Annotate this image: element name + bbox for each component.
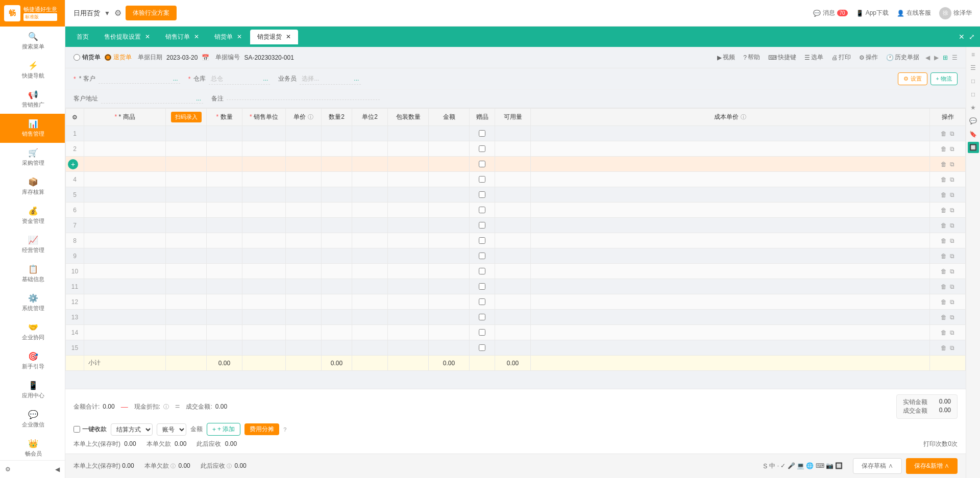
tab-sales-delivery[interactable]: 销货单 ✕ bbox=[207, 30, 249, 44]
unit-cell[interactable] bbox=[242, 218, 286, 233]
amount-cell[interactable] bbox=[429, 340, 470, 356]
gift-cell[interactable] bbox=[470, 218, 495, 233]
copy-row-icon[interactable]: ⧉ bbox=[950, 253, 954, 260]
unit2-cell[interactable] bbox=[352, 157, 388, 172]
qty-cell[interactable] bbox=[207, 248, 242, 264]
delete-row-icon[interactable]: 🗑 bbox=[941, 222, 947, 229]
qty2-cell[interactable] bbox=[322, 187, 352, 203]
pack-qty-cell[interactable] bbox=[388, 264, 429, 279]
sidebar-item-member[interactable]: 👑 畅会员 bbox=[0, 434, 65, 460]
amount-cell[interactable] bbox=[429, 294, 470, 310]
copy-row-icon[interactable]: ⧉ bbox=[950, 314, 954, 321]
topbar-dropdown-icon[interactable]: ▼ bbox=[104, 10, 110, 17]
gift-checkbox[interactable] bbox=[479, 283, 485, 290]
pack-qty-cell[interactable] bbox=[388, 248, 429, 264]
qty2-cell[interactable] bbox=[322, 157, 352, 172]
copy-row-icon[interactable]: ⧉ bbox=[950, 191, 954, 198]
pack-qty-cell[interactable] bbox=[388, 233, 429, 248]
gift-cell[interactable] bbox=[470, 172, 495, 187]
gift-checkbox[interactable] bbox=[479, 314, 485, 320]
sidebar-item-marketing[interactable]: 📢 营销推广 bbox=[0, 85, 65, 114]
delete-row-icon[interactable]: 🗑 bbox=[941, 237, 947, 244]
copy-row-icon[interactable]: ⧉ bbox=[950, 222, 954, 229]
copy-row-icon[interactable]: ⧉ bbox=[950, 237, 954, 244]
gift-checkbox[interactable] bbox=[479, 145, 485, 152]
print-btn[interactable]: 🖨 打印 bbox=[829, 52, 853, 63]
scan-input-btn[interactable]: 扫码录入 bbox=[171, 112, 202, 122]
logistics-btn[interactable]: + 物流 bbox=[930, 72, 958, 85]
save-new-btn[interactable]: 保存&新增 ∧ bbox=[906, 458, 958, 474]
history-btn[interactable]: 🕐 历史单据 bbox=[884, 52, 921, 63]
sidebar-collapse-icon[interactable]: ◀ bbox=[55, 466, 60, 473]
amount-cell[interactable] bbox=[429, 233, 470, 248]
sidebar-item-operations[interactable]: 📈 经营管理 bbox=[0, 230, 65, 259]
unit2-cell[interactable] bbox=[352, 233, 388, 248]
radio-return[interactable]: 退货单 bbox=[105, 53, 132, 62]
tab-sales-order[interactable]: 销售订单 ✕ bbox=[158, 30, 206, 44]
expense-split-btn[interactable]: 费用分摊 bbox=[244, 423, 279, 435]
tab-home[interactable]: 首页 bbox=[69, 30, 96, 44]
next-record-btn[interactable]: ▶ bbox=[934, 54, 939, 61]
copy-row-icon[interactable]: ⧉ bbox=[950, 329, 954, 336]
gift-cell[interactable] bbox=[470, 264, 495, 279]
account-select[interactable]: 账号 bbox=[157, 423, 186, 436]
tab-sales-return[interactable]: 销货退货 ✕ bbox=[250, 30, 298, 44]
amount-cell[interactable] bbox=[429, 248, 470, 264]
grid-view-btn[interactable]: ⊞ bbox=[943, 54, 948, 61]
qty2-cell[interactable] bbox=[322, 279, 352, 294]
amount-cell[interactable] bbox=[429, 203, 470, 218]
qty2-cell[interactable] bbox=[322, 248, 352, 264]
right-tool-5[interactable]: ★ bbox=[968, 102, 979, 113]
gift-cell[interactable] bbox=[470, 279, 495, 294]
right-tool-4[interactable]: □ bbox=[968, 89, 979, 100]
product-cell[interactable] bbox=[84, 157, 166, 172]
sidebar-item-inventory[interactable]: 📦 库存核算 bbox=[0, 172, 65, 201]
unit-cell[interactable] bbox=[242, 233, 286, 248]
qty-cell[interactable] bbox=[207, 325, 242, 340]
sidebar-item-enterprise[interactable]: 🤝 企业协同 bbox=[0, 317, 65, 346]
amount-cell[interactable] bbox=[429, 157, 470, 172]
qty2-cell[interactable] bbox=[322, 310, 352, 325]
right-tool-2[interactable]: ☰ bbox=[968, 62, 979, 73]
pack-qty-cell[interactable] bbox=[388, 325, 429, 340]
qty-cell[interactable] bbox=[207, 218, 242, 233]
delete-row-icon[interactable]: 🗑 bbox=[941, 329, 947, 336]
product-cell[interactable] bbox=[84, 172, 166, 187]
qty-cell[interactable] bbox=[207, 233, 242, 248]
copy-row-icon[interactable]: ⧉ bbox=[950, 176, 954, 183]
qty-cell[interactable] bbox=[207, 172, 242, 187]
qty-cell[interactable] bbox=[207, 141, 242, 157]
unit2-cell[interactable] bbox=[352, 340, 388, 356]
copy-row-icon[interactable]: ⧉ bbox=[950, 344, 954, 351]
price-cell[interactable] bbox=[286, 218, 322, 233]
prev-record-btn[interactable]: ◀ bbox=[925, 54, 930, 61]
gift-checkbox[interactable] bbox=[479, 191, 485, 198]
close-sales-delivery-tab[interactable]: ✕ bbox=[237, 33, 242, 40]
topbar-gear-icon[interactable]: ⚙ bbox=[114, 8, 121, 18]
amount-cell[interactable] bbox=[429, 141, 470, 157]
qty-cell[interactable] bbox=[207, 126, 242, 141]
product-cell[interactable] bbox=[84, 325, 166, 340]
remark-input[interactable] bbox=[227, 97, 380, 100]
gift-cell[interactable] bbox=[470, 325, 495, 340]
gift-checkbox[interactable] bbox=[479, 222, 485, 229]
delete-row-icon[interactable]: 🗑 bbox=[941, 268, 947, 275]
unit2-cell[interactable] bbox=[352, 279, 388, 294]
unit2-cell[interactable] bbox=[352, 218, 388, 233]
gift-checkbox[interactable] bbox=[479, 130, 485, 137]
add-row-btn[interactable]: + bbox=[68, 159, 78, 169]
pack-qty-cell[interactable] bbox=[388, 294, 429, 310]
sidebar-item-enterprise-wechat[interactable]: 💬 企业微信 bbox=[0, 405, 65, 434]
pack-qty-cell[interactable] bbox=[388, 172, 429, 187]
sidebar-item-app-center[interactable]: 📱 应用中心 bbox=[0, 375, 65, 405]
price-cell[interactable] bbox=[286, 172, 322, 187]
delete-row-icon[interactable]: 🗑 bbox=[941, 161, 947, 168]
price-cell[interactable] bbox=[286, 187, 322, 203]
qty-cell[interactable] bbox=[207, 279, 242, 294]
unit-cell[interactable] bbox=[242, 157, 286, 172]
pack-qty-cell[interactable] bbox=[388, 310, 429, 325]
gift-cell[interactable] bbox=[470, 157, 495, 172]
sidebar-item-purchase-mgmt[interactable]: 🛒 采购管理 bbox=[0, 143, 65, 172]
qty2-cell[interactable] bbox=[322, 172, 352, 187]
add-payment-btn[interactable]: + + 添加 bbox=[207, 423, 240, 436]
